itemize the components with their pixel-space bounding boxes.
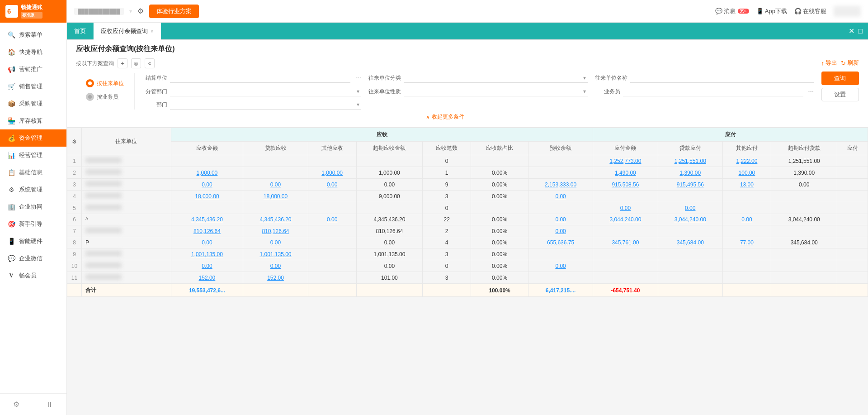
name-input[interactable]: [630, 73, 814, 83]
solution-btn[interactable]: 体验行业方案: [149, 5, 199, 18]
category-select[interactable]: ▾: [404, 73, 588, 83]
sidebar-item-wechat[interactable]: 💬 企业微信: [0, 250, 66, 267]
tab-close-icon[interactable]: ×: [151, 29, 153, 34]
row-p-loan[interactable]: 1,251,551.00: [658, 155, 722, 167]
topbar-breadcrumb-text: ████████████: [78, 9, 120, 14]
tab-home[interactable]: 首页: [67, 23, 94, 40]
row-p-amount[interactable]: 915,508.56: [593, 179, 658, 191]
row-r-loan[interactable]: 810,126.64: [243, 225, 308, 237]
sidebar-item-marketing[interactable]: 📢 营销推广: [0, 61, 66, 78]
row-r-other[interactable]: 0.00: [308, 214, 356, 225]
row-r-amount[interactable]: 1,001,135.00: [171, 248, 243, 260]
row-p-overdue: [771, 248, 837, 260]
row-r-other[interactable]: 0.00: [308, 179, 356, 191]
service-item[interactable]: 🎧 在线客服: [794, 7, 826, 15]
row-r-loan[interactable]: 18,000.00: [243, 191, 308, 202]
footer-r-amount[interactable]: 19,553,472,6...: [171, 284, 243, 297]
download-item[interactable]: 📱 App下载: [756, 7, 787, 15]
query-btn[interactable]: 查询: [821, 72, 859, 85]
salesperson-dots[interactable]: ···: [808, 87, 814, 95]
managing-dept-select[interactable]: ▾: [170, 87, 361, 96]
row-r-amount[interactable]: 0.00: [171, 260, 243, 272]
filter-collapse-btn[interactable]: ∧ 收起更多条件: [76, 111, 814, 123]
row-p-other[interactable]: 77.00: [722, 237, 771, 248]
row-r-amount[interactable]: 152.00: [171, 272, 243, 284]
row-r-loan[interactable]: 0.00: [243, 260, 308, 272]
row-p-loan[interactable]: 345,684.00: [658, 237, 722, 248]
row-p-amount[interactable]: 1,490.00: [593, 167, 658, 179]
row-r-advance[interactable]: 0.00: [528, 191, 593, 202]
sidebar-item-member[interactable]: V 畅会员: [0, 267, 66, 284]
row-p-amount[interactable]: 1,252,773.00: [593, 155, 658, 167]
nature-select[interactable]: ▾: [404, 87, 588, 96]
row-r-amount[interactable]: 0.00: [171, 179, 243, 191]
sidebar-item-sales[interactable]: 🛒 销售管理: [0, 78, 66, 95]
row-r-amount[interactable]: 1,000.00: [171, 167, 243, 179]
row-p-loan[interactable]: 0.00: [658, 202, 722, 214]
filter-target-btn[interactable]: ◎: [131, 58, 141, 68]
topbar-dropdown-arrow[interactable]: ▾: [129, 8, 132, 14]
row-r-advance[interactable]: 0.00: [528, 214, 593, 225]
row-r-amount[interactable]: 0.00: [171, 237, 243, 248]
sidebar-settings-btn[interactable]: ⚙: [9, 398, 23, 410]
sidebar-item-system[interactable]: ⚙ 系统管理: [0, 181, 66, 198]
filter-collapse-left-btn[interactable]: «: [145, 58, 155, 68]
setting-btn[interactable]: 设置: [821, 88, 859, 101]
sidebar-item-operations[interactable]: 📊 经营管理: [0, 147, 66, 164]
row-r-other[interactable]: 1,000.00: [308, 167, 356, 179]
salesperson-input[interactable]: [623, 86, 804, 96]
table-settings-icon[interactable]: ⚙: [72, 138, 77, 145]
row-p-other[interactable]: 0.00: [722, 214, 771, 225]
table-scroll-container[interactable]: ⚙ 往来单位 应收 应付 应收金额 贷款应收 其他应收 超期应收金额 应收笔数: [67, 128, 868, 415]
row-r-amount[interactable]: 810,126.64: [171, 225, 243, 237]
topbar-gear-icon[interactable]: ⚙: [137, 7, 144, 15]
sidebar-item-finance[interactable]: 💰 资金管理: [0, 129, 66, 147]
row-r-advance[interactable]: 655,636.75: [528, 237, 593, 248]
row-p-extra: [837, 167, 868, 179]
tab-receivable[interactable]: 应收应付余额查询 ×: [94, 23, 161, 40]
sidebar-item-search[interactable]: 🔍 搜索菜单: [0, 26, 66, 43]
sidebar-item-hardware[interactable]: 📱 智能硬件: [0, 233, 66, 250]
settlement-dots[interactable]: ···: [355, 74, 361, 82]
row-r-advance[interactable]: 0.00: [528, 225, 593, 237]
filter-add-btn[interactable]: +: [118, 58, 127, 68]
window-close-icon[interactable]: ✕: [849, 27, 854, 35]
row-r-advance[interactable]: 2,153,333.00: [528, 179, 593, 191]
row-r-amount[interactable]: 4,345,436.20: [171, 214, 243, 225]
sidebar-item-purchase[interactable]: 📦 采购管理: [0, 95, 66, 112]
row-p-amount[interactable]: 345,761.00: [593, 237, 658, 248]
export-btn[interactable]: ↑ 导出: [821, 59, 838, 67]
sidebar-collapse-btn[interactable]: ⏸: [42, 399, 57, 410]
sidebar-item-inventory[interactable]: 🏪 库存核算: [0, 112, 66, 129]
row-p-other[interactable]: 100.00: [722, 167, 771, 179]
row-p-loan[interactable]: 915,495.56: [658, 179, 722, 191]
row-r-loan[interactable]: 4,345,436.20: [243, 214, 308, 225]
row-p-other[interactable]: 13.00: [722, 179, 771, 191]
row-p-loan[interactable]: 3,044,240.00: [658, 214, 722, 225]
refresh-btn[interactable]: ↻ 刷新: [841, 59, 859, 67]
row-p-loan[interactable]: 1,390.00: [658, 167, 722, 179]
row-p-amount[interactable]: 3,044,240.00: [593, 214, 658, 225]
window-maximize-icon[interactable]: □: [858, 27, 863, 35]
row-p-other[interactable]: 1,222.00: [722, 155, 771, 167]
sidebar-item-basic-info[interactable]: 📋 基础信息: [0, 164, 66, 181]
footer-p-amount[interactable]: -654,751.40: [593, 284, 658, 297]
row-r-loan[interactable]: 0.00: [243, 237, 308, 248]
row-r-loan[interactable]: 152.00: [243, 272, 308, 284]
footer-r-advance[interactable]: 6,417,215....: [528, 284, 593, 297]
row-r-amount[interactable]: 18,000.00: [171, 191, 243, 202]
sidebar-item-enterprise[interactable]: 🏢 企业协同: [0, 198, 66, 215]
message-item[interactable]: 💬 消息 99+: [715, 7, 749, 15]
row-p-amount[interactable]: 0.00: [593, 202, 658, 214]
side-item-by-person[interactable]: 按业务员: [80, 90, 134, 104]
sidebar-item-guide[interactable]: 🎯 新手引导: [0, 215, 66, 233]
row-r-advance[interactable]: 0.00: [528, 260, 593, 272]
th-settings[interactable]: ⚙: [67, 128, 82, 155]
user-avatar[interactable]: [834, 6, 861, 17]
settlement-input[interactable]: [170, 73, 350, 83]
row-r-loan[interactable]: 0.00: [243, 179, 308, 191]
sidebar-item-quick-nav[interactable]: 🏠 快捷导航: [0, 43, 66, 61]
row-r-loan[interactable]: 1,001,135.00: [243, 248, 308, 260]
dept-select[interactable]: ▾: [170, 100, 361, 110]
side-item-by-unit[interactable]: 按往来单位: [80, 76, 134, 90]
